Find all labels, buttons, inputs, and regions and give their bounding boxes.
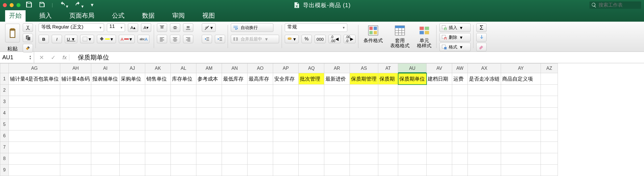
- cell[interactable]: [501, 164, 541, 176]
- select-all-corner[interactable]: [0, 64, 9, 73]
- cell[interactable]: [299, 107, 324, 119]
- cell[interactable]: [299, 96, 324, 107]
- paste-button[interactable]: [5, 24, 20, 42]
- cell[interactable]: [60, 119, 91, 130]
- align-top-button[interactable]: [157, 23, 167, 32]
- phonetic-button[interactable]: abcA: [138, 35, 149, 43]
- cell[interactable]: [452, 96, 468, 107]
- copy-button[interactable]: [23, 34, 33, 42]
- cell[interactable]: [501, 119, 541, 130]
- align-right-button[interactable]: [183, 35, 193, 43]
- cell[interactable]: 保质期: [378, 73, 398, 85]
- tab-review[interactable]: 审阅: [168, 10, 189, 22]
- decrease-font-button[interactable]: A▾: [141, 23, 151, 32]
- cell[interactable]: [145, 96, 171, 107]
- cell[interactable]: [398, 119, 427, 130]
- cell[interactable]: [120, 142, 145, 153]
- align-middle-button[interactable]: [170, 23, 180, 32]
- cell[interactable]: [91, 107, 120, 119]
- cell[interactable]: [324, 119, 350, 130]
- cell[interactable]: [171, 164, 196, 176]
- cell[interactable]: [248, 142, 273, 153]
- cell[interactable]: [452, 142, 468, 153]
- tab-formulas[interactable]: 公式: [108, 10, 128, 22]
- minimize-window-button[interactable]: [10, 3, 14, 7]
- cell[interactable]: [222, 119, 248, 130]
- cell[interactable]: [324, 153, 350, 164]
- cell[interactable]: [222, 130, 248, 142]
- cell[interactable]: 保质期单位: [398, 73, 427, 85]
- cell[interactable]: [196, 107, 222, 119]
- cell[interactable]: [222, 96, 248, 107]
- cell[interactable]: 保质期管理: [350, 73, 378, 85]
- cell[interactable]: 最低库存: [222, 73, 248, 85]
- column-header[interactable]: AK: [145, 64, 171, 73]
- cell[interactable]: [324, 96, 350, 107]
- cut-button[interactable]: [23, 23, 33, 32]
- cell[interactable]: [248, 85, 273, 96]
- number-format-combo[interactable]: 常规▼: [285, 23, 347, 32]
- cell[interactable]: [398, 130, 427, 142]
- cell[interactable]: [222, 107, 248, 119]
- cell[interactable]: 安全库存: [273, 73, 299, 85]
- cell[interactable]: [91, 153, 120, 164]
- cell[interactable]: [145, 153, 171, 164]
- tab-pagelayout[interactable]: 页面布局: [65, 10, 98, 22]
- cell[interactable]: [222, 142, 248, 153]
- column-header[interactable]: AM: [196, 64, 222, 73]
- cell[interactable]: [120, 85, 145, 96]
- cell[interactable]: [378, 107, 398, 119]
- row-header[interactable]: 9: [0, 164, 9, 176]
- column-header[interactable]: AR: [324, 64, 350, 73]
- cell[interactable]: [60, 96, 91, 107]
- namebox-spinner[interactable]: ▲▼: [29, 55, 32, 60]
- cell[interactable]: [501, 142, 541, 153]
- cell[interactable]: [91, 96, 120, 107]
- fill-button[interactable]: [476, 33, 487, 42]
- orientation-button[interactable]: ab▼: [202, 23, 216, 32]
- cell[interactable]: [196, 85, 222, 96]
- cell[interactable]: [324, 130, 350, 142]
- format-as-table-button[interactable]: 套用 表格格式: [388, 23, 412, 49]
- cell[interactable]: [91, 130, 120, 142]
- cell[interactable]: [145, 130, 171, 142]
- cell[interactable]: [9, 153, 60, 164]
- cell[interactable]: [350, 119, 378, 130]
- cell[interactable]: [452, 85, 468, 96]
- search-sheet-input[interactable]: [599, 2, 638, 8]
- cell[interactable]: [398, 142, 427, 153]
- cell[interactable]: [9, 85, 60, 96]
- cell[interactable]: [427, 107, 452, 119]
- cell[interactable]: [452, 119, 468, 130]
- cell[interactable]: [196, 164, 222, 176]
- cell[interactable]: [91, 119, 120, 130]
- cell[interactable]: [468, 164, 501, 176]
- cell[interactable]: [248, 130, 273, 142]
- cell[interactable]: [398, 107, 427, 119]
- cell[interactable]: [398, 164, 427, 176]
- cell[interactable]: [541, 153, 558, 164]
- cell[interactable]: [378, 164, 398, 176]
- column-header[interactable]: AS: [350, 64, 378, 73]
- font-color-button[interactable]: A▼: [119, 35, 135, 43]
- cell[interactable]: [350, 164, 378, 176]
- cell[interactable]: [9, 130, 60, 142]
- cell[interactable]: [273, 85, 299, 96]
- cell[interactable]: 报表辅单位: [91, 73, 120, 85]
- increase-decimal-button[interactable]: .0.00◀: [329, 35, 341, 43]
- increase-font-button[interactable]: A▴: [128, 23, 138, 32]
- cell[interactable]: [120, 96, 145, 107]
- cell[interactable]: 参考成本: [196, 73, 222, 85]
- wrap-text-button[interactable]: 自动换行: [231, 23, 273, 32]
- cell[interactable]: [324, 85, 350, 96]
- row-header[interactable]: 4: [0, 107, 9, 119]
- cell[interactable]: [171, 119, 196, 130]
- cell[interactable]: [196, 153, 222, 164]
- cell[interactable]: [468, 142, 501, 153]
- cell[interactable]: [398, 153, 427, 164]
- cell[interactable]: [120, 153, 145, 164]
- italic-button[interactable]: I: [52, 35, 62, 43]
- font-size-combo[interactable]: 11▼: [107, 23, 125, 32]
- spreadsheet-grid[interactable]: AGAHAIAJAKALAMANAOAPAQARASATAUAVAWAXAYAZ…: [0, 63, 644, 176]
- cell[interactable]: [427, 96, 452, 107]
